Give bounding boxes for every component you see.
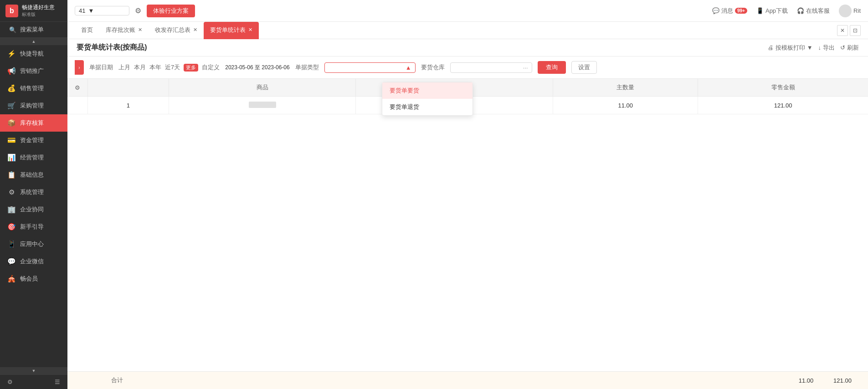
message-badge: 99+ — [735, 8, 747, 14]
sidebar-item-app-center[interactable]: 📱 应用中心 — [0, 235, 67, 253]
table-quantity-col: 主数量 — [553, 79, 698, 97]
sidebar-items: ⚡ 快捷导航📢 营销推广💰 销售管理🛒 采购管理📦 库存核算💳 资金管理📊 经营… — [0, 45, 67, 367]
sidebar-item-label-quick-nav: 快捷导航 — [20, 50, 44, 58]
dropdown-item-purchase-order[interactable]: 要货单要货 — [382, 82, 473, 99]
sidebar-item-system[interactable]: ⚙ 系统管理 — [0, 184, 67, 201]
messages-item[interactable]: 💬 消息 99+ — [712, 7, 747, 15]
print-label: 按模板打印 — [776, 44, 805, 52]
sidebar-item-label-operations: 经营管理 — [20, 154, 44, 162]
custom-date-btn[interactable]: 自定义 — [202, 63, 220, 72]
print-chevron-icon: ▼ — [807, 44, 813, 51]
sidebar-item-marketing[interactable]: 📢 营销推广 — [0, 62, 67, 80]
refresh-action[interactable]: ↺ 刷新 — [840, 44, 859, 52]
tab-collection-summary[interactable]: 收发存汇总表✕ — [149, 22, 204, 39]
collapse-icon[interactable]: ☰ — [55, 379, 60, 385]
sidebar-scroll-down[interactable]: ▼ — [0, 367, 67, 374]
sidebar-item-label-enterprise: 企业协同 — [20, 205, 44, 214]
app-logo-text: 畅捷通好生意 标准版 — [22, 4, 55, 17]
page-actions: 🖨 按模板打印 ▼ ↓ 导出 ↺ 刷新 — [768, 44, 859, 52]
table-settings-col[interactable]: ⚙ — [67, 79, 88, 97]
last-month-btn[interactable]: 上月 — [118, 63, 130, 72]
refresh-icon: ↺ — [840, 44, 845, 51]
sidebar-item-label-app-center: 应用中心 — [20, 240, 44, 248]
row-quantity-0: 11.00 — [553, 97, 698, 114]
sidebar-item-wechat[interactable]: 💬 企业微信 — [0, 253, 67, 270]
refresh-label: 刷新 — [847, 44, 859, 52]
sidebar-item-guide[interactable]: 🎯 新手引导 — [0, 218, 67, 235]
type-select[interactable]: ▲ — [324, 62, 416, 73]
tab-label-home: 首页 — [81, 26, 93, 34]
tab-home[interactable]: 首页 — [75, 22, 99, 39]
print-action[interactable]: 🖨 按模板打印 ▼ — [768, 44, 813, 52]
inventory-icon: 📦 — [7, 119, 15, 127]
export-action[interactable]: ↓ 导出 — [818, 44, 835, 52]
tab-close-order-stats[interactable]: ✕ — [248, 27, 252, 33]
footer-quantity: 11.00 — [788, 377, 824, 384]
table-amount-col: 零售金额 — [698, 79, 868, 97]
table-settings-button[interactable]: 设置 — [571, 61, 597, 74]
topbar-left: 41 ▼ ⚙ 体验行业方案 — [75, 5, 195, 17]
guide-icon: 🎯 — [7, 223, 15, 231]
dropdown-item-return-order[interactable]: 要货单退货 — [382, 99, 473, 115]
table-container: ⚙ 商品 主计量单位 主数量 零售金额 1 块 11.00 121.00 — [67, 79, 868, 371]
sidebar-item-label-wechat: 企业微信 — [20, 257, 44, 266]
sidebar-item-operations[interactable]: 📊 经营管理 — [0, 149, 67, 166]
promo-button[interactable]: 体验行业方案 — [147, 5, 195, 17]
more-shortcuts-badge[interactable]: 更多 — [184, 64, 198, 72]
sidebar-item-label-basic-info: 基础信息 — [20, 171, 44, 179]
sidebar-item-finance[interactable]: 💳 资金管理 — [0, 132, 67, 149]
warehouse-select[interactable]: ··· — [450, 62, 532, 73]
quick-nav-icon: ⚡ — [7, 50, 15, 58]
wechat-icon: 💬 — [7, 257, 15, 266]
tab-close-batch-account[interactable]: ✕ — [138, 27, 142, 33]
this-month-btn[interactable]: 本月 — [134, 63, 146, 72]
phone-icon: 📱 — [756, 7, 764, 14]
tab-order-stats[interactable]: 要货单统计表✕ — [204, 22, 259, 39]
sidebar-item-inventory[interactable]: 📦 库存核算 — [0, 114, 67, 132]
tab-batch-account[interactable]: 库存批次账✕ — [99, 22, 149, 39]
page-title: 要货单统计表(按商品) — [77, 43, 147, 52]
sidebar-search[interactable]: 🔍 搜索菜单 — [0, 22, 67, 38]
sidebar-item-label-guide: 新手引导 — [20, 223, 44, 231]
warehouse-more-icon: ··· — [523, 64, 528, 71]
page-container: 要货单统计表(按商品) 🖨 按模板打印 ▼ ↓ 导出 ↺ 刷新 › — [67, 39, 868, 389]
message-icon: 💬 — [712, 7, 719, 14]
print-icon: 🖨 — [768, 44, 774, 51]
tabs-right-controls: ✕ ⊡ — [837, 25, 861, 36]
sidebar-item-label-system: 系统管理 — [20, 188, 44, 196]
tab-close-collection-summary[interactable]: ✕ — [193, 27, 197, 33]
last-7days-btn[interactable]: 近7天 — [165, 63, 180, 72]
operations-icon: 📊 — [7, 154, 15, 162]
footer-total-label: 合计 — [111, 376, 123, 384]
tab-close-all[interactable]: ✕ — [837, 25, 848, 36]
tab-maximize[interactable]: ⊡ — [850, 25, 861, 36]
company-selector[interactable]: 41 ▼ — [75, 6, 129, 15]
online-service-item[interactable]: 🎧 在线客服 — [797, 7, 830, 15]
sidebar-item-label-marketing: 营销推广 — [20, 67, 44, 75]
topbar-settings-icon[interactable]: ⚙ — [135, 6, 141, 15]
filter-expand-button[interactable]: › — [75, 60, 84, 75]
table-product-col: 商品 — [169, 79, 356, 97]
sidebar-item-enterprise[interactable]: 🏢 企业协同 — [0, 201, 67, 218]
query-button[interactable]: 查询 — [538, 61, 566, 74]
settings-icon[interactable]: ⚙ — [7, 379, 13, 385]
selector-chevron-icon: ▼ — [88, 7, 94, 14]
main-content: 41 ▼ ⚙ 体验行业方案 💬 消息 99+ 📱 App下载 🎧 在线客服 — [67, 0, 868, 389]
export-icon: ↓ — [818, 44, 822, 51]
app-download-item[interactable]: 📱 App下载 — [756, 7, 788, 15]
sidebar-item-membership[interactable]: 🎪 畅会员 — [0, 270, 67, 287]
sidebar-item-basic-info[interactable]: 📋 基础信息 — [0, 166, 67, 184]
app-logo: b 畅捷通好生意 标准版 — [0, 0, 67, 22]
sidebar-item-purchase[interactable]: 🛒 采购管理 — [0, 97, 67, 114]
sidebar-item-quick-nav[interactable]: ⚡ 快捷导航 — [0, 45, 67, 62]
row-index-0: 1 — [88, 97, 169, 114]
sidebar-item-label-membership: 畅会员 — [20, 275, 38, 283]
marketing-icon: 📢 — [7, 67, 15, 75]
row-settings-0 — [67, 97, 88, 114]
user-avatar-item[interactable]: Rit — [839, 5, 861, 17]
sidebar-scroll-up[interactable]: ▲ — [0, 38, 67, 45]
date-range-display: 2023-05-06 至 2023-06-06 — [225, 64, 289, 72]
topbar-right: 💬 消息 99+ 📱 App下载 🎧 在线客服 Rit — [712, 5, 861, 17]
sidebar-item-sales[interactable]: 💰 销售管理 — [0, 80, 67, 97]
this-year-btn[interactable]: 本年 — [149, 63, 161, 72]
